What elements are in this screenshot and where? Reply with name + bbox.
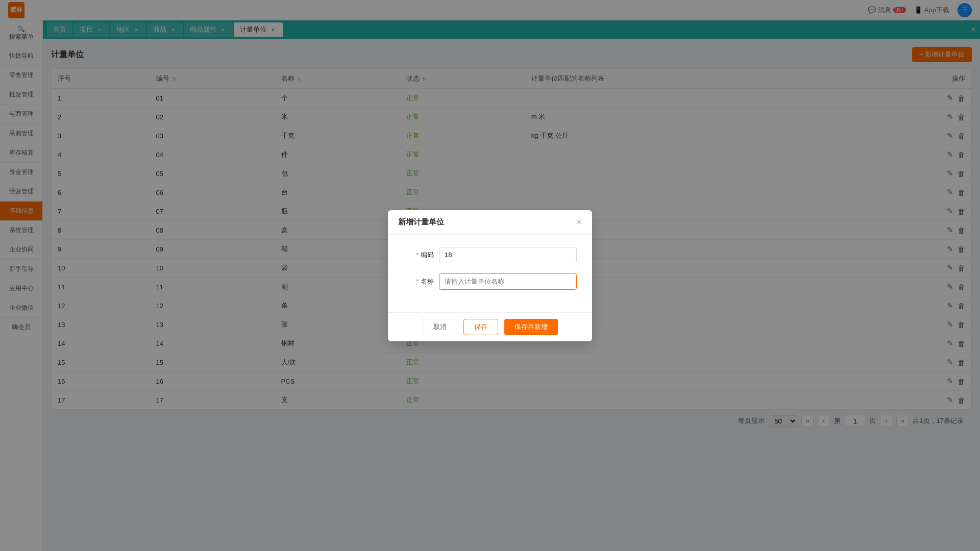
modal-title: 新增计量单位 (398, 217, 444, 227)
save-button[interactable]: 保存 (463, 319, 498, 335)
modal-overlay: 新增计量单位 × 编码 名称 取消 保存 保存并新增 (0, 0, 980, 551)
code-input[interactable] (439, 247, 577, 263)
modal-footer: 取消 保存 保存并新增 (388, 312, 592, 341)
modal-body: 编码 名称 (388, 235, 592, 312)
save-and-new-button[interactable]: 保存并新增 (504, 319, 558, 335)
add-measure-unit-modal: 新增计量单位 × 编码 名称 取消 保存 保存并新增 (388, 210, 592, 341)
name-label: 名称 (403, 277, 434, 286)
cancel-button[interactable]: 取消 (423, 319, 457, 335)
modal-close-button[interactable]: × (576, 217, 582, 227)
form-row-name: 名称 (403, 273, 577, 290)
code-label: 编码 (403, 251, 434, 260)
form-row-code: 编码 (403, 247, 577, 263)
name-input[interactable] (439, 273, 577, 290)
modal-header: 新增计量单位 × (388, 210, 592, 235)
